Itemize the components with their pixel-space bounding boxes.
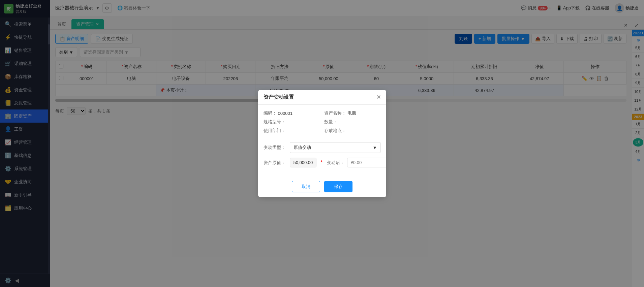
modal-asset-value-row: 资产原值： 50,000.00 * 变动后：: [264, 158, 381, 167]
modal-header: 资产变动设置 ✕: [258, 90, 386, 105]
after-change-input[interactable]: [347, 158, 386, 167]
modal-asset-name-field: 资产名称： 电脑: [324, 110, 381, 116]
modal-close-btn[interactable]: ✕: [376, 94, 381, 100]
modal-department-field: 使用部门：: [264, 128, 320, 134]
modal-spec-field: 规格型号：: [264, 119, 320, 125]
modal-quantity-field: 数量：: [324, 119, 381, 125]
required-star: *: [320, 160, 323, 166]
modal-overlay[interactable]: 资产变动设置 ✕ 编码： 000001 资产名称： 电脑 规格型号： 数: [0, 0, 644, 287]
modal-location-field: 存放地点：: [324, 128, 381, 134]
asset-value-display: 50,000.00: [290, 158, 317, 167]
change-type-select[interactable]: 原值变动 ▼: [290, 142, 381, 153]
modal-change-type-row: 变动类型： 原值变动 ▼: [264, 142, 381, 153]
modal-body: 编码： 000001 资产名称： 电脑 规格型号： 数量： 使用部门：: [258, 105, 386, 178]
modal-info-grid: 编码： 000001 资产名称： 电脑 规格型号： 数量： 使用部门：: [264, 110, 381, 138]
modal-title: 资产变动设置: [264, 94, 294, 100]
modal-footer: 取消 保存: [258, 178, 386, 197]
modal-code-field: 编码： 000001: [264, 110, 320, 116]
asset-change-modal: 资产变动设置 ✕ 编码： 000001 资产名称： 电脑 规格型号： 数: [258, 90, 386, 197]
change-type-dropdown-icon: ▼: [373, 145, 377, 150]
save-btn[interactable]: 保存: [324, 181, 352, 192]
cancel-btn[interactable]: 取消: [292, 181, 320, 192]
